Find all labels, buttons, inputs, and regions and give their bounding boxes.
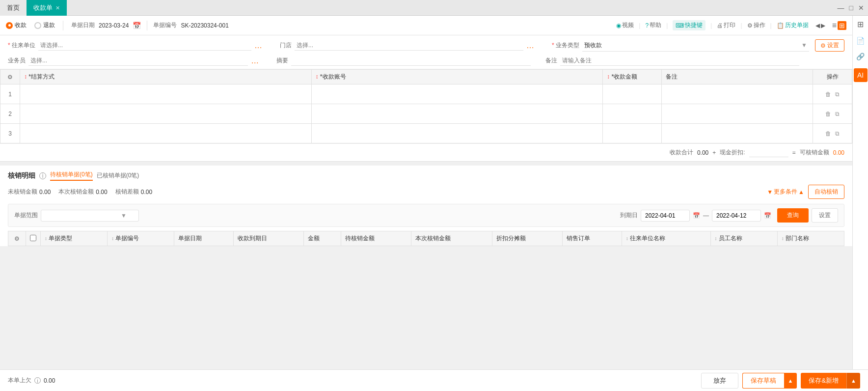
prev-info-icon[interactable]: i [34, 377, 41, 384]
col-settlement-header: ↕ *结算方式 [20, 70, 312, 84]
date-from-input[interactable] [641, 210, 690, 222]
sidebar-table-icon[interactable]: ⊞ [857, 20, 864, 29]
prev-label: 本单上欠 [8, 376, 31, 385]
row-num-3: 3 [0, 124, 20, 143]
summary-input[interactable] [291, 56, 530, 66]
doc-num-label: 单据编号 [153, 21, 177, 29]
row-num-2: 2 [0, 104, 20, 124]
vcol-current: 本次核销金额 [411, 231, 492, 246]
amount-2[interactable] [603, 104, 662, 124]
counterparty-more[interactable]: … [251, 41, 265, 50]
nav-prev[interactable]: ◀ [815, 22, 820, 29]
window-maximize[interactable]: □ [849, 4, 853, 12]
settings-btn[interactable]: ⚙ 设置 [815, 39, 844, 52]
total-label: 收款合计 [670, 148, 693, 157]
vcol-doc-num: ↕ 单据编号 [108, 231, 174, 246]
remarks-2[interactable] [662, 104, 813, 124]
verification-info-icon[interactable]: i [39, 172, 46, 179]
video-btn[interactable]: ◉ 视频 [616, 21, 634, 29]
notes-input[interactable] [560, 56, 799, 66]
doc-num-value: SK-20230324-001 [181, 22, 228, 29]
tab-receipt-close[interactable]: ✕ [55, 0, 60, 16]
store-input[interactable] [295, 40, 523, 51]
vcol-due-date: 收款到期日 [233, 231, 303, 246]
doc-range-select[interactable]: ▼ [41, 210, 139, 222]
summary-label: 摘要 [276, 56, 291, 65]
col-account-header: ↕ *收款账号 [311, 70, 603, 84]
copy-icon-3[interactable]: ⧉ [835, 130, 840, 137]
shortcut-btn[interactable]: ⌨ 快捷键 [673, 20, 705, 30]
account-1[interactable] [311, 84, 603, 104]
save-draft-arrow-btn[interactable]: ▲ [784, 373, 797, 389]
radio-receipt-label: 收款 [15, 21, 27, 29]
tab-receipt[interactable]: 收款单 ✕ [27, 0, 67, 16]
settings-sm-btn[interactable]: 设置 [812, 208, 838, 223]
discount-input[interactable] [749, 148, 788, 157]
help-btn[interactable]: ? 帮助 [645, 21, 661, 29]
history-btn[interactable]: 📋 历史单据 [777, 21, 809, 29]
account-3[interactable] [311, 124, 603, 143]
vcol-settings[interactable]: ⚙ [8, 231, 26, 246]
radio-receipt[interactable]: 收款 [6, 21, 27, 29]
verification-title: 核销明细 [8, 171, 35, 180]
calendar-from-icon[interactable]: 📅 [693, 212, 700, 219]
print-btn[interactable]: 🖨 打印 [717, 21, 735, 29]
settlement-1[interactable] [20, 84, 312, 104]
amount-3[interactable] [603, 124, 662, 143]
vcol-discount: 折扣分摊额 [492, 231, 563, 246]
layout-grid[interactable]: ⊞ [838, 21, 846, 30]
radio-refund[interactable]: 退款 [34, 21, 55, 29]
delete-icon-1[interactable]: 🗑 [825, 91, 831, 98]
actions-2: 🗑 ⧉ [813, 104, 852, 124]
col-remarks-header: 备注 [662, 70, 813, 84]
vcol-pending: 待核销金额 [341, 231, 411, 246]
sidebar-doc-icon[interactable]: 📄 [856, 37, 865, 45]
sidebar-link-icon[interactable]: 🔗 [856, 53, 865, 60]
settlement-2[interactable] [20, 104, 312, 124]
vcol-doc-date: 单据日期 [174, 231, 234, 246]
window-minimize[interactable]: — [838, 4, 844, 12]
remarks-3[interactable] [662, 124, 813, 143]
uncanceled-value: 0.00 [39, 189, 51, 196]
tab-verified[interactable]: 已核销单据(0笔) [97, 171, 139, 180]
auto-cancel-btn[interactable]: 自动核销 [808, 185, 844, 199]
operate-btn[interactable]: ⚙ 操作 [747, 21, 765, 29]
amount-1[interactable] [603, 84, 662, 104]
nav-next[interactable]: ▶ [821, 22, 825, 29]
available-value: 0.00 [833, 149, 844, 156]
query-btn[interactable]: 查询 [777, 208, 809, 223]
account-2[interactable] [311, 104, 603, 124]
copy-icon-1[interactable]: ⧉ [835, 91, 840, 98]
diff-value: 0.00 [141, 189, 152, 196]
more-conditions-btn[interactable]: ▼ 更多条件 ▲ [767, 188, 804, 196]
copy-icon-2[interactable]: ⧉ [835, 111, 840, 117]
vcol-counterparty: ↕ 往来单位名称 [622, 231, 710, 246]
tab-home[interactable]: 首页 [0, 0, 27, 16]
abandon-btn[interactable]: 放弃 [701, 373, 738, 389]
delete-icon-2[interactable]: 🗑 [825, 111, 831, 117]
delete-icon-3[interactable]: 🗑 [825, 130, 831, 137]
business-type-select[interactable]: 预收款 ▼ [582, 40, 809, 52]
salesperson-more[interactable]: … [248, 56, 262, 65]
vcol-checkbox[interactable] [26, 231, 41, 246]
col-settings-header[interactable]: ⚙ [0, 70, 20, 84]
date-to-input[interactable] [712, 210, 761, 222]
store-more[interactable]: … [523, 41, 537, 50]
date-label: 单据日期 [71, 21, 95, 29]
calendar-to-icon[interactable]: 📅 [764, 212, 771, 219]
calendar-icon[interactable]: 📅 [133, 22, 141, 29]
col-actions-header: 操作 [813, 70, 852, 84]
remarks-1[interactable] [662, 84, 813, 104]
current-cancel-label: 本次核销金额 [58, 188, 94, 196]
save-new-btn[interactable]: 保存&新增 [801, 373, 846, 389]
settlement-3[interactable] [20, 124, 312, 143]
salesperson-input[interactable] [28, 56, 248, 66]
save-draft-btn[interactable]: 保存草稿 [742, 373, 784, 389]
sidebar-screenshot-icon[interactable]: AI [854, 68, 868, 82]
table-row: 3 🗑 ⧉ [0, 124, 852, 143]
save-new-arrow-btn[interactable]: ▲ [846, 373, 860, 389]
layout-list[interactable]: ≡ [832, 21, 837, 30]
window-close[interactable]: ✕ [858, 4, 864, 12]
counterparty-input[interactable] [38, 40, 251, 51]
tab-pending[interactable]: 待核销单据(0笔) [50, 170, 93, 181]
